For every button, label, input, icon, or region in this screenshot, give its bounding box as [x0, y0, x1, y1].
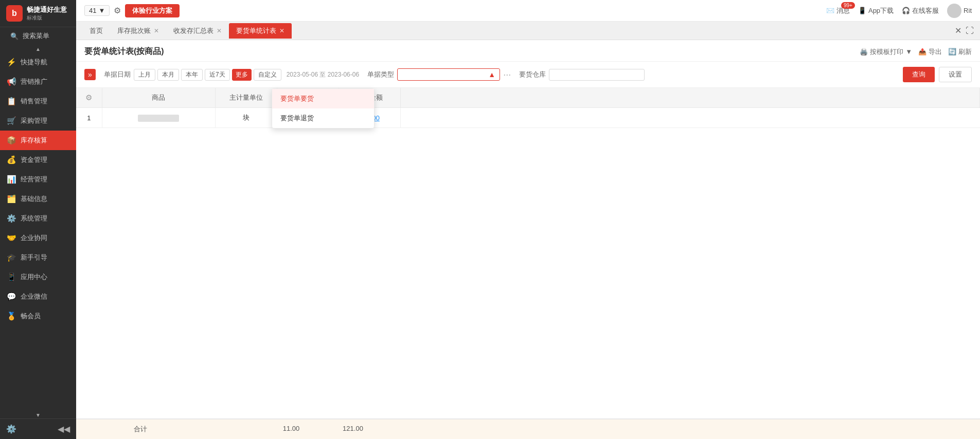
warehouse-filter-input[interactable]: [554, 71, 640, 79]
app-download-btn[interactable]: 📱 App下载: [858, 6, 894, 15]
sidebar-item-quick-nav[interactable]: ⚡ 快捷导航: [0, 52, 76, 72]
date-btn-custom[interactable]: 自定义: [254, 69, 281, 81]
logo-main: 畅捷通好生意: [27, 6, 67, 14]
selector-value: 41: [89, 7, 96, 14]
tab-receivable-summary-close[interactable]: ✕: [217, 28, 222, 34]
logo-sub: 标准版: [27, 14, 67, 21]
sidebar-item-member[interactable]: 🏅 畅会员: [0, 306, 76, 326]
type-filter-chevron-up[interactable]: ▲: [488, 70, 495, 79]
dropdown-item-order-return[interactable]: 要货单退货: [272, 108, 374, 128]
tab-inventory-batch[interactable]: 库存批次账 ✕: [110, 23, 166, 39]
chevron-down-icon: ▼: [98, 7, 105, 14]
sidebar-settings-btn[interactable]: ⚙️: [6, 424, 16, 434]
quick-nav-icon: ⚡: [6, 58, 16, 67]
topbar-selector[interactable]: 41 ▼: [84, 5, 110, 16]
system-icon: ⚙️: [6, 214, 16, 223]
sales-icon: 📋: [6, 97, 16, 106]
print-btn[interactable]: 🖨️ 按模板打印 ▼: [860, 47, 912, 57]
table-settings-icon[interactable]: ⚙: [85, 93, 92, 102]
trial-btn[interactable]: 体验行业方案: [125, 4, 180, 17]
sidebar-item-system[interactable]: ⚙️ 系统管理: [0, 209, 76, 228]
filter-expand-btn[interactable]: »: [84, 69, 96, 80]
tab-receivable-summary[interactable]: 收发存汇总表 ✕: [166, 23, 229, 39]
date-filter-group: 单据日期 上月 本月 本年 近7天 更多 自定义 2023-05-06 至 20…: [104, 69, 359, 81]
sidebar-item-label: 库存核算: [21, 136, 47, 145]
date-btn-last-month[interactable]: 上月: [134, 69, 155, 81]
sidebar-item-marketing[interactable]: 📢 营销推广: [0, 72, 76, 92]
sidebar-collapse-btn[interactable]: ◀◀: [58, 424, 70, 434]
settings-btn[interactable]: 设置: [939, 67, 972, 82]
sidebar-scroll-up[interactable]: ▲: [0, 45, 76, 52]
warehouse-filter-group: 要货仓库: [519, 69, 645, 81]
col-unit: 主计量单位: [215, 88, 277, 108]
sidebar-item-label: 采购管理: [21, 116, 47, 125]
sidebar-item-wechat[interactable]: 💬 企业微信: [0, 287, 76, 306]
export-icon: 📤: [918, 48, 926, 56]
type-filter-input-wrap[interactable]: ▲: [397, 68, 500, 81]
filter-bar: » 单据日期 上月 本月 本年 近7天 更多 自定义 2023-05-06 至 …: [76, 62, 980, 88]
dropdown-item-order-goods[interactable]: 要货单要货: [272, 89, 374, 108]
type-filter-input[interactable]: [402, 71, 488, 79]
type-filter-label: 单据类型: [367, 70, 394, 79]
sidebar-scroll-down[interactable]: ▼: [0, 411, 76, 418]
sidebar-item-label: 畅会员: [21, 312, 41, 321]
type-filter-more-icon[interactable]: ···: [503, 69, 511, 80]
sidebar-search[interactable]: 🔍 搜索菜单: [0, 27, 76, 45]
date-btn-more[interactable]: 更多: [232, 69, 252, 81]
table-header-row: ⚙ 商品 主计量单位 主数量 零售金额: [76, 88, 980, 108]
sidebar: b 畅捷通好生意 标准版 🔍 搜索菜单 ▲ ⚡ 快捷导航 📢 营销推广 📋 销售…: [0, 0, 76, 439]
user-avatar-area[interactable]: Rit: [947, 4, 972, 18]
product-placeholder: [138, 115, 179, 122]
sidebar-bottom: ⚙️ ◀◀: [0, 418, 76, 439]
tab-inventory-batch-close[interactable]: ✕: [154, 28, 159, 34]
tab-order-stats[interactable]: 要货单统计表 ✕: [229, 23, 292, 39]
sidebar-item-base-info[interactable]: 🗂️ 基础信息: [0, 189, 76, 209]
operations-icon: 📊: [6, 175, 16, 184]
sidebar-item-guide[interactable]: 🎓 新手引导: [0, 248, 76, 267]
query-btn[interactable]: 查询: [903, 67, 935, 82]
online-service-label: 在线客服: [912, 6, 939, 15]
sidebar-item-inventory[interactable]: 📦 库存核算: [0, 131, 76, 150]
tab-home[interactable]: 首页: [82, 23, 110, 39]
enterprise-icon: 🤝: [6, 233, 16, 243]
export-label: 导出: [929, 47, 942, 57]
col-empty: [400, 88, 980, 108]
page-content: 要货单统计表(按商品) 🖨️ 按模板打印 ▼ 📤 导出 🔄 刷新 »: [76, 40, 980, 439]
warehouse-filter-wrap[interactable]: [549, 69, 645, 81]
refresh-btn[interactable]: 🔄 刷新: [948, 47, 972, 57]
guide-icon: 🎓: [6, 253, 16, 262]
search-icon: 🔍: [10, 32, 19, 40]
sidebar-item-label: 应用中心: [21, 272, 47, 282]
topbar-settings-icon[interactable]: ⚙: [114, 6, 121, 15]
type-filter-group: 单据类型 ▲ ···: [367, 68, 511, 81]
sidebar-item-operations[interactable]: 📊 经营管理: [0, 170, 76, 189]
sidebar-item-label: 营销推广: [21, 77, 47, 86]
messages-badge: 99+: [841, 2, 855, 9]
date-btn-this-month[interactable]: 本月: [157, 69, 179, 81]
refresh-icon: 🔄: [948, 48, 956, 56]
app-icon: 📱: [858, 7, 866, 14]
date-range-display: 2023-05-06 至 2023-06-06: [287, 70, 359, 79]
total-label-text: 合计: [134, 425, 147, 433]
sidebar-nav: ⚡ 快捷导航 📢 营销推广 📋 销售管理 🛒 采购管理 📦 库存核算 💰 资金管…: [0, 52, 76, 411]
date-btns: 上月 本月 本年 近7天 更多 自定义: [134, 69, 281, 81]
page-title: 要货单统计表(按商品): [84, 46, 164, 57]
tab-order-stats-close[interactable]: ✕: [279, 28, 284, 34]
online-service-btn[interactable]: 🎧 在线客服: [902, 6, 939, 15]
tab-expand-btn[interactable]: ⛶: [966, 26, 974, 35]
sidebar-item-enterprise[interactable]: 🤝 企业协同: [0, 228, 76, 248]
username: Rit: [964, 7, 972, 14]
sidebar-item-purchase[interactable]: 🛒 采购管理: [0, 111, 76, 131]
date-btn-7days[interactable]: 近7天: [205, 69, 230, 81]
messages-btn[interactable]: ✉️ 消息 99+: [826, 6, 850, 15]
footer-quantity: 11.00: [260, 425, 322, 434]
date-filter-label: 单据日期: [104, 70, 131, 79]
sidebar-item-finance[interactable]: 💰 资金管理: [0, 150, 76, 170]
tab-close-all-btn[interactable]: ✕: [955, 26, 961, 35]
refresh-label: 刷新: [958, 47, 972, 57]
sidebar-item-sales[interactable]: 📋 销售管理: [0, 92, 76, 111]
date-btn-this-year[interactable]: 本年: [181, 69, 203, 81]
sidebar-item-app-center[interactable]: 📱 应用中心: [0, 267, 76, 287]
topbar-left: 41 ▼ ⚙ 体验行业方案: [84, 4, 180, 17]
export-btn[interactable]: 📤 导出: [918, 47, 942, 57]
